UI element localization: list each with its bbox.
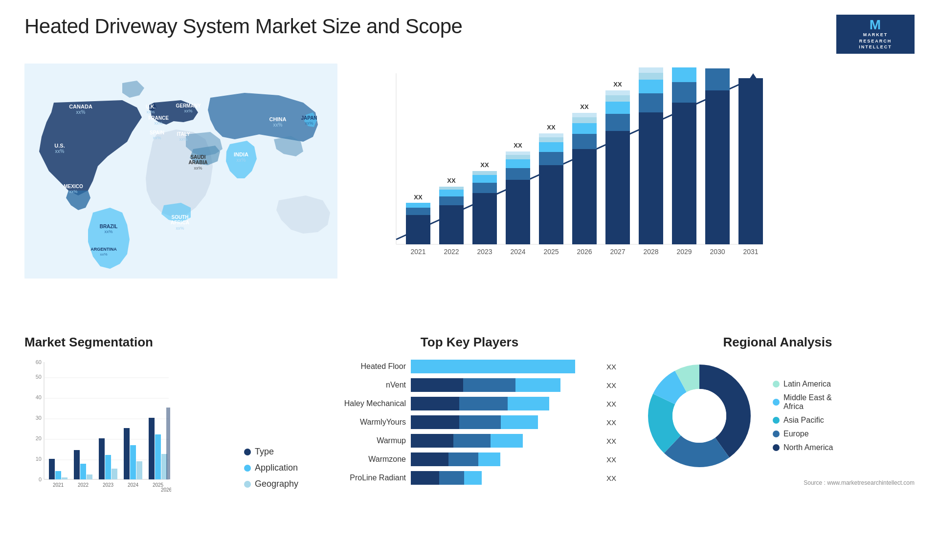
svg-text:xx%: xx%: [104, 229, 112, 234]
player-val: XX: [606, 437, 621, 445]
svg-rect-127: [136, 461, 142, 479]
dot-europe: [773, 431, 780, 437]
players-panel: Top Key Players Heated Floor XX: [318, 335, 621, 485]
seg-chart-wrapper: 0 10 20 30 40 50 60: [24, 357, 298, 504]
svg-rect-45: [439, 190, 464, 196]
chart-section: 2021 XX 2022 XX 2023 XX: [347, 64, 915, 288]
svg-rect-130: [155, 434, 161, 479]
dot-middle-east-africa: [773, 399, 780, 406]
svg-text:XX: XX: [580, 103, 589, 110]
svg-rect-57: [506, 159, 530, 168]
svg-text:xx%: xx%: [69, 189, 77, 194]
segmentation-panel: Market Segmentation 0 10 20 30 40: [24, 335, 298, 504]
label-middle-east-africa: Middle East &Africa: [783, 393, 832, 411]
page-title: Heated Driveway System Market Size and S…: [24, 15, 462, 38]
svg-rect-63: [539, 152, 563, 165]
world-map: CANADA xx% U.S. xx% MEXICO xx% BRAZIL xx…: [24, 64, 337, 279]
svg-text:XX: XX: [414, 194, 423, 201]
list-item: ProLine Radiant XX: [318, 471, 621, 485]
svg-text:2023: 2023: [477, 248, 492, 256]
svg-rect-58: [506, 155, 530, 159]
svg-text:XX: XX: [647, 64, 655, 65]
segmentation-title: Market Segmentation: [24, 335, 298, 350]
player-bar-wrap: [411, 434, 598, 448]
player-bar-wrap: [411, 471, 598, 485]
growth-chart-svg: 2021 XX 2022 XX 2023 XX: [367, 64, 768, 274]
svg-text:INDIA: INDIA: [234, 151, 248, 157]
legend-middle-east-africa: Middle East &Africa: [773, 393, 833, 411]
regional-container: Latin America Middle East &Africa Asia P…: [641, 357, 915, 474]
svg-text:xx%: xx%: [179, 137, 187, 142]
player-name: WarmlyYours: [318, 418, 406, 427]
svg-rect-49: [472, 193, 497, 244]
logo-letter: M: [870, 18, 881, 32]
svg-text:2026: 2026: [577, 248, 592, 256]
svg-rect-38: [406, 215, 430, 244]
dot-latin-america: [773, 381, 780, 388]
svg-text:30: 30: [36, 415, 42, 421]
svg-rect-125: [124, 428, 130, 479]
svg-text:xx%: xx%: [273, 122, 283, 128]
svg-rect-77: [605, 114, 630, 131]
svg-rect-85: [639, 80, 663, 93]
svg-rect-114: [55, 471, 61, 479]
svg-rect-80: [605, 90, 630, 95]
svg-rect-52: [472, 171, 497, 175]
svg-rect-51: [472, 175, 497, 183]
svg-text:2024: 2024: [128, 482, 139, 488]
svg-text:U.S.: U.S.: [54, 143, 65, 149]
player-name: Heated Floor: [318, 362, 406, 371]
svg-rect-95: [705, 68, 730, 90]
svg-text:20: 20: [36, 435, 42, 441]
svg-text:CANADA: CANADA: [69, 104, 92, 109]
map-svg: CANADA xx% U.S. xx% MEXICO xx% BRAZIL xx…: [24, 64, 337, 279]
svg-text:xx%: xx%: [305, 121, 313, 126]
logo-text: MARKET RESEARCH INTELLECT: [859, 32, 892, 50]
donut-chart: [641, 357, 758, 474]
svg-rect-72: [572, 117, 597, 123]
label-north-america: North America: [783, 443, 833, 452]
svg-rect-55: [506, 180, 530, 244]
label-asia-pacific: Asia Pacific: [783, 416, 824, 425]
legend-europe: Europe: [773, 430, 833, 438]
page-wrapper: Heated Driveway System Market Size and S…: [0, 0, 939, 560]
svg-rect-118: [80, 464, 86, 479]
svg-text:60: 60: [36, 359, 42, 365]
player-bar-wrap: [411, 360, 598, 373]
svg-text:XX: XX: [514, 142, 522, 149]
svg-rect-78: [605, 102, 630, 114]
list-item: Warmup XX: [318, 434, 621, 448]
svg-rect-66: [539, 133, 563, 137]
svg-text:0: 0: [39, 476, 42, 482]
svg-text:2029: 2029: [676, 248, 692, 256]
svg-rect-43: [439, 205, 464, 244]
svg-rect-64: [539, 142, 563, 152]
list-item: WarmlyYours XX: [318, 415, 621, 429]
svg-text:JAPAN: JAPAN: [301, 115, 317, 121]
players-title: Top Key Players: [318, 335, 621, 350]
svg-text:2026: 2026: [161, 487, 171, 493]
player-bar-wrap: [411, 415, 598, 429]
dot-north-america: [773, 444, 780, 451]
player-val: XX: [606, 455, 621, 464]
svg-text:xx%: xx%: [55, 149, 65, 154]
svg-text:BRAZIL: BRAZIL: [100, 224, 118, 229]
svg-rect-73: [572, 113, 597, 117]
label-europe: Europe: [783, 430, 809, 438]
svg-rect-65: [539, 137, 563, 142]
player-val: XX: [606, 400, 621, 408]
svg-rect-92: [672, 67, 696, 82]
svg-rect-56: [506, 168, 530, 180]
svg-text:ITALY: ITALY: [177, 131, 190, 137]
seg-chart: 0 10 20 30 40 50 60: [24, 357, 229, 504]
svg-text:2028: 2028: [643, 248, 658, 256]
svg-rect-117: [74, 450, 80, 479]
svg-rect-83: [639, 112, 663, 244]
svg-rect-71: [572, 123, 597, 134]
svg-rect-123: [112, 469, 117, 479]
svg-rect-84: [639, 93, 663, 112]
svg-text:2025: 2025: [543, 248, 559, 256]
svg-text:XX: XX: [447, 177, 456, 184]
svg-rect-87: [639, 67, 663, 73]
svg-rect-76: [605, 131, 630, 244]
